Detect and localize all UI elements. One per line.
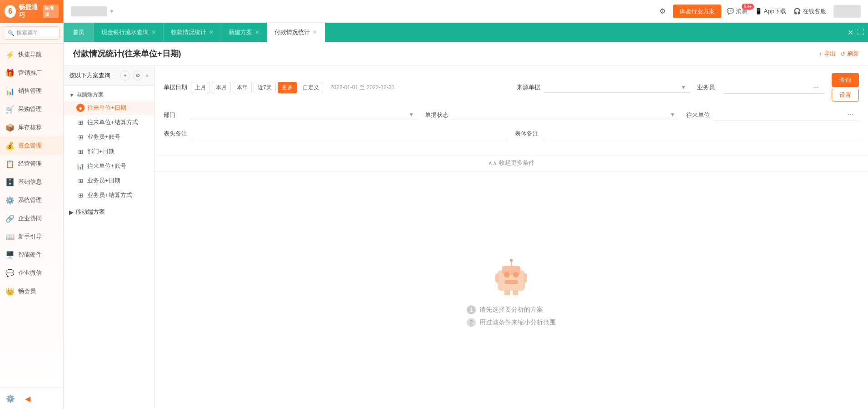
tab-payment-stats[interactable]: 收款情况统计 ✕ (164, 23, 221, 42)
filter-section: 单据日期 上月 本月 本年 近7天 更多 自定义 2022-01-01 至 20… (155, 66, 868, 172)
online-service-btn[interactable]: 🎧 在线客服 (793, 7, 826, 15)
search-menu-button[interactable]: 🔍 搜索菜单 (4, 26, 60, 40)
svg-rect-8 (513, 290, 518, 295)
tab-home-label: 首页 (73, 28, 85, 36)
voucher-status-select[interactable]: ▼ (452, 110, 679, 120)
phone-icon: 📱 (755, 8, 762, 15)
header-note-input[interactable] (191, 128, 508, 139)
scheme-item-staff-date[interactable]: ⊞ 业务员+日期 (64, 173, 154, 188)
close-payment-stats-icon[interactable]: ✕ (209, 29, 214, 35)
settings-footer-icon[interactable]: ⚙️ (4, 392, 17, 405)
sidebar-item-sales[interactable]: 📊 销售管理 (0, 82, 63, 100)
sidebar-item-hardware[interactable]: 🖥️ 智能硬件 (0, 246, 63, 264)
search-icon: 🔍 (8, 30, 15, 36)
query-btn[interactable]: 查询 (832, 73, 859, 87)
tab-payment-status-label: 付款情况统计 (274, 28, 310, 36)
tab-new-scheme[interactable]: 新建方案 ✕ (221, 23, 267, 42)
refresh-btn[interactable]: ↺ 刷新 (840, 50, 859, 58)
search-menu-label: 搜索菜单 (16, 29, 38, 37)
user-avatar[interactable] (833, 5, 861, 18)
scheme-item-partner-account[interactable]: 📊 往来单位+账号 (64, 159, 154, 173)
voucher-status-chevron-icon: ▼ (670, 111, 675, 118)
sidebar-item-finance[interactable]: 💰 资金管理 (0, 136, 63, 155)
app-download-label: App下载 (764, 7, 786, 15)
sidebar-item-wechat[interactable]: 💬 企业微信 (0, 264, 63, 282)
sidebar-item-purchase[interactable]: 🛒 采购管理 (0, 100, 63, 118)
tab-home[interactable]: 首页 (64, 23, 94, 42)
partner-label: 往来单位 (686, 111, 710, 119)
scheme-item-partner-date[interactable]: ● 往来单位+日期 (64, 101, 154, 115)
close-bank-flow-icon[interactable]: ✕ (151, 29, 156, 35)
date-this-month-btn[interactable]: 本月 (212, 82, 231, 93)
export-btn[interactable]: ↑ 导出 (819, 50, 836, 58)
source-label: 来源单据 (517, 83, 540, 91)
page-content: 付款情况统计(往来单位+日期) ↑ 导出 ↺ 刷新 按以下方案查询 (64, 42, 868, 409)
date-custom-btn[interactable]: 自定义 (299, 82, 323, 93)
messages-badge: 99+ (742, 4, 754, 10)
collapse-sidebar-icon[interactable]: ◀ (21, 392, 35, 405)
trial-btn[interactable]: 体验行业方案 (673, 5, 721, 18)
scheme-item-staff-settlement[interactable]: ⊞ 业务员+结算方式 (64, 188, 154, 202)
filter-item-dept: 部门 ▼ (164, 110, 418, 120)
hardware-icon: 🖥️ (5, 250, 15, 259)
tip-num-1: 1 (467, 305, 476, 314)
refresh-icon: ↺ (840, 50, 845, 57)
collapse-more-conditions-btn[interactable]: ∧∧ 收起更多条件 (155, 154, 868, 172)
sidebar-item-system[interactable]: ⚙️ 系统管理 (0, 191, 63, 209)
collapse-scheme-btn[interactable]: « (145, 72, 149, 79)
sidebar-item-quick-nav[interactable]: ⚡ 快捷导航 (0, 45, 63, 64)
sidebar-label-member: 畅会员 (18, 287, 36, 295)
scheme-item-partner-settlement[interactable]: ⊞ 往来单位+结算方式 (64, 115, 154, 130)
tab-bank-flow[interactable]: 现金银行流水查询 ✕ (94, 23, 164, 42)
close-new-scheme-icon[interactable]: ✕ (255, 29, 259, 35)
staff-more-icon[interactable]: ··· (811, 83, 821, 91)
sales-icon: 📊 (5, 86, 15, 96)
scheme-panel: 按以下方案查询 + ⚙ « ▼ 电脑端方案 (64, 66, 155, 409)
add-scheme-btn[interactable]: + (120, 71, 130, 81)
maximize-icon[interactable]: ⛶ (857, 28, 864, 36)
sidebar-item-guide[interactable]: 📖 新手引导 (0, 227, 63, 246)
sidebar-item-operations[interactable]: 📋 经营管理 (0, 155, 63, 173)
mobile-schemes-group[interactable]: ▶ 移动端方案 (64, 206, 154, 218)
logo-icon: 6 (5, 5, 16, 18)
wechat-icon: 💬 (5, 268, 15, 278)
filter-item-header-note: 表头备注 (164, 128, 508, 139)
app-name: 畅捷通巧 (19, 3, 41, 20)
svg-rect-6 (524, 273, 527, 283)
header-note-label: 表头备注 (164, 130, 187, 138)
sidebar-item-inventory[interactable]: 📦 库存核算 (0, 118, 63, 136)
messages-btn[interactable]: 💬 消息 99+ (727, 7, 748, 15)
scheme-label-staff-account: 业务员+账号 (87, 133, 120, 141)
date-last-7days-btn[interactable]: 近7天 (254, 82, 276, 93)
settings-gear-icon[interactable]: ⚙ (659, 7, 666, 15)
sidebar-item-enterprise[interactable]: 🔗 企业协同 (0, 209, 63, 227)
dept-select[interactable]: ▼ (190, 110, 418, 120)
filter-settings-btn[interactable]: 设置 (832, 89, 859, 101)
sidebar-label-basic-info: 基础信息 (18, 178, 42, 186)
sidebar-item-basic-info[interactable]: 🗄️ 基础信息 (0, 173, 63, 191)
close-all-tabs-icon[interactable]: ✕ (848, 28, 853, 37)
inventory-icon: 📦 (5, 123, 15, 132)
scheme-item-staff-account[interactable]: ⊞ 业务员+账号 (64, 130, 154, 144)
sidebar-item-member[interactable]: 👑 畅会员 (0, 282, 63, 300)
empty-illustration (489, 254, 534, 300)
sidebar-item-marketing[interactable]: 🎁 营销推广 (0, 64, 63, 82)
date-more-btn[interactable]: 更多 (278, 82, 297, 93)
filter-item-source: 来源单据 ▼ (517, 82, 690, 93)
service-icon: 🎧 (793, 8, 801, 15)
edition-badge: 标准版 (43, 5, 59, 18)
body-note-input[interactable] (542, 128, 859, 139)
scheme-settings-btn[interactable]: ⚙ (133, 71, 143, 81)
source-select[interactable]: ▼ (544, 82, 690, 93)
date-this-year-btn[interactable]: 本年 (233, 82, 252, 93)
scheme-item-dept-date[interactable]: ⊞ 部门+日期 (64, 144, 154, 159)
tab-payment-status[interactable]: 付款情况统计 ✕ (267, 23, 325, 42)
desktop-group-title: ▼ 电脑端方案 (64, 89, 154, 101)
app-download-btn[interactable]: 📱 App下载 (755, 7, 786, 15)
date-last-month-btn[interactable]: 上月 (191, 82, 210, 93)
close-payment-status-icon[interactable]: ✕ (313, 29, 317, 35)
partner-more-icon[interactable]: ··· (846, 111, 855, 119)
scheme-label-staff-date: 业务员+日期 (87, 177, 120, 185)
scheme-panel-title: 按以下方案查询 (69, 71, 110, 80)
page-header-actions: ↑ 导出 ↺ 刷新 (819, 50, 859, 58)
